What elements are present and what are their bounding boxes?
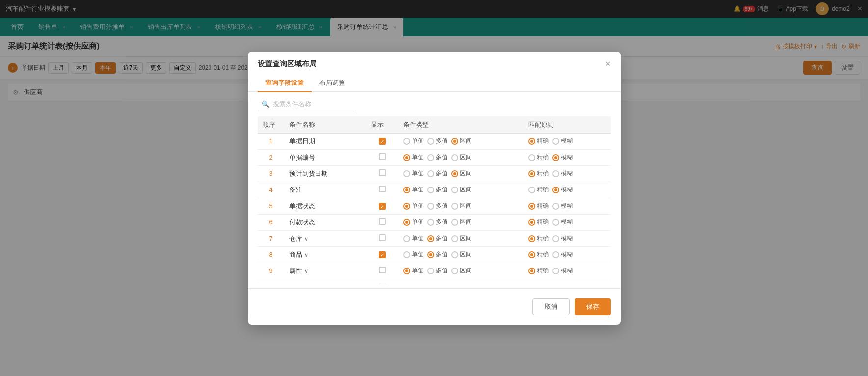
radio-type-item[interactable]: 区间 <box>451 234 472 242</box>
radio-match-label: 精确 <box>537 186 549 194</box>
radio-type-indicator <box>403 138 410 145</box>
radio-match-item[interactable]: 模糊 <box>552 267 573 275</box>
table-row: 4备注单值多值区间精确模糊 <box>258 182 611 198</box>
radio-type-item[interactable]: 多值 <box>427 267 447 275</box>
radio-type-item[interactable]: 多值 <box>427 169 447 178</box>
radio-match-indicator <box>528 219 535 226</box>
radio-type-item[interactable]: 单值 <box>403 283 423 283</box>
radio-type-item[interactable]: 单值 <box>403 267 423 275</box>
dialog-close-button[interactable]: × <box>605 59 611 68</box>
show-checkbox[interactable] <box>379 218 386 225</box>
cell-show[interactable] <box>366 165 398 182</box>
radio-match-item[interactable]: 模糊 <box>552 153 573 161</box>
radio-type-label: 区间 <box>460 202 472 210</box>
show-checkbox[interactable] <box>379 283 386 283</box>
radio-type-item[interactable]: 单值 <box>403 153 423 161</box>
show-checkbox[interactable] <box>379 153 386 160</box>
dialog-tabs: 查询字段设置 布局调整 <box>248 75 621 92</box>
radio-type-item[interactable]: 单值 <box>403 218 423 226</box>
show-checkbox[interactable]: ✓ <box>379 138 386 145</box>
radio-type-label: 单值 <box>412 153 423 161</box>
save-button[interactable]: 保存 <box>575 298 611 315</box>
radio-match-item[interactable]: 模糊 <box>552 169 573 178</box>
radio-type-indicator <box>427 251 434 258</box>
cell-show[interactable]: ✓ <box>366 133 398 149</box>
show-checkbox[interactable] <box>379 186 386 192</box>
show-checkbox[interactable]: ✓ <box>379 203 386 210</box>
radio-type-item[interactable]: 区间 <box>451 283 472 283</box>
radio-type-indicator <box>427 268 434 274</box>
radio-type-item[interactable]: 单值 <box>403 186 423 194</box>
radio-type-item[interactable]: 多值 <box>427 283 447 283</box>
radio-type-item[interactable]: 多值 <box>427 186 447 194</box>
radio-match-label: 精确 <box>537 283 549 283</box>
radio-match-item[interactable]: 精确 <box>528 250 549 259</box>
radio-type-label: 多值 <box>436 169 447 178</box>
radio-type-indicator <box>427 187 434 193</box>
radio-match-item[interactable]: 模糊 <box>552 250 573 259</box>
radio-type-item[interactable]: 多值 <box>427 202 447 210</box>
radio-match-label: 精确 <box>537 267 549 275</box>
radio-match-item[interactable]: 模糊 <box>552 202 573 210</box>
radio-type-item[interactable]: 区间 <box>451 186 472 194</box>
radio-type-item[interactable]: 单值 <box>403 202 423 210</box>
show-checkbox[interactable] <box>379 169 386 176</box>
cell-show[interactable] <box>366 230 398 246</box>
radio-match-item[interactable]: 精确 <box>528 234 549 242</box>
radio-match-indicator <box>528 235 535 242</box>
radio-type-item[interactable]: 单值 <box>403 250 423 259</box>
cell-show[interactable] <box>366 149 398 165</box>
cell-order: 6 <box>258 214 285 230</box>
cell-match: 精确模糊 <box>524 230 610 246</box>
show-checkbox[interactable]: ✓ <box>379 251 386 258</box>
table-row: 2单据编号单值多值区间精确模糊 <box>258 149 611 165</box>
radio-type-item[interactable]: 单值 <box>403 137 423 145</box>
radio-match-indicator <box>528 138 535 145</box>
cell-name: 单据日期 <box>285 133 366 149</box>
dialog-tab-query-fields[interactable]: 查询字段设置 <box>258 75 312 92</box>
radio-type-item[interactable]: 区间 <box>451 250 472 259</box>
radio-type-item[interactable]: 区间 <box>451 218 472 226</box>
radio-type-item[interactable]: 区间 <box>451 153 472 161</box>
radio-match-item[interactable]: 精确 <box>528 202 549 210</box>
cell-show[interactable]: ✓ <box>366 246 398 263</box>
radio-match-item[interactable]: 模糊 <box>552 137 573 145</box>
dialog-tab-layout[interactable]: 布局调整 <box>312 75 353 92</box>
radio-match-label: 精确 <box>537 234 549 242</box>
table-row: 7仓库 ∨单值多值区间精确模糊 <box>258 230 611 246</box>
radio-match-item[interactable]: 模糊 <box>552 218 573 226</box>
cell-show[interactable] <box>366 182 398 198</box>
radio-type-item[interactable]: 单值 <box>403 169 423 178</box>
radio-type-item[interactable]: 多值 <box>427 137 447 145</box>
radio-type-item[interactable]: 多值 <box>427 234 447 242</box>
radio-type-label: 多值 <box>436 218 447 226</box>
th-order: 顺序 <box>258 116 285 134</box>
cell-show[interactable]: ✓ <box>366 198 398 214</box>
cell-show[interactable] <box>366 214 398 230</box>
radio-match-item[interactable]: 精确 <box>528 137 549 145</box>
radio-type-item[interactable]: 多值 <box>427 153 447 161</box>
radio-match-item[interactable]: 模糊 <box>552 234 573 242</box>
radio-match-item[interactable]: 精确 <box>528 169 549 178</box>
radio-match-item[interactable]: 精确 <box>528 218 549 226</box>
cell-show[interactable] <box>366 263 398 279</box>
radio-match-item[interactable]: 精确 <box>528 186 549 194</box>
radio-type-item[interactable]: 多值 <box>427 218 447 226</box>
radio-type-item[interactable]: 区间 <box>451 267 472 275</box>
radio-match-item[interactable]: 模糊 <box>552 283 573 283</box>
radio-type-item[interactable]: 区间 <box>451 137 472 145</box>
radio-match-item[interactable]: 精确 <box>528 153 549 161</box>
cancel-button[interactable]: 取消 <box>532 298 570 315</box>
radio-type-item[interactable]: 多值 <box>427 250 447 259</box>
radio-type-item[interactable]: 区间 <box>451 169 472 178</box>
radio-match-item[interactable]: 精确 <box>528 267 549 275</box>
show-checkbox[interactable] <box>379 234 386 241</box>
search-input[interactable] <box>273 100 346 107</box>
radio-match-item[interactable]: 模糊 <box>552 186 573 194</box>
radio-type-label: 多值 <box>436 283 447 283</box>
cell-show[interactable] <box>366 279 398 283</box>
radio-type-item[interactable]: 单值 <box>403 234 423 242</box>
radio-match-item[interactable]: 精确 <box>528 283 549 283</box>
show-checkbox[interactable] <box>379 267 386 273</box>
radio-type-item[interactable]: 区间 <box>451 202 472 210</box>
